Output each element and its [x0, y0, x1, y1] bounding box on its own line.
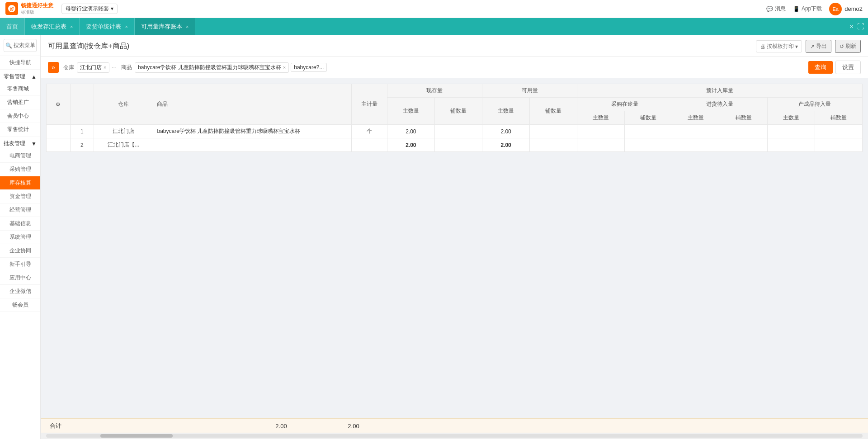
th-avail-main: 主数量 [482, 98, 530, 125]
sidebar-item-finance[interactable]: 资金管理 [0, 190, 40, 203]
scroll-bar-area [41, 433, 868, 439]
sidebar-item-system[interactable]: 系统管理 [0, 231, 40, 244]
sidebar-section-retail[interactable]: 零售管理 ▲ [0, 70, 40, 82]
footer-cur-main: 2.00 [263, 423, 299, 430]
refresh-btn[interactable]: ↺ 刷新 [835, 40, 861, 53]
sidebar-section-wholesale-label: 批发管理 [4, 140, 25, 147]
logo-sub: 标准版 [21, 9, 53, 15]
chevron-up-icon: ▲ [31, 74, 37, 80]
export-icon: ↗ [810, 43, 815, 50]
row1-prod-main [767, 125, 815, 138]
product-tag-1-close[interactable]: × [283, 65, 286, 70]
product-filter-group: 商品 babycare学饮杯 儿童防摔防撞吸管杯重力球吸嘴杯宝宝水杯 × bab… [121, 62, 327, 73]
row2-pt-aux [625, 138, 672, 152]
tenant-name: 母婴行业演示账套 [66, 5, 109, 13]
scroll-thumb[interactable] [100, 434, 173, 438]
th-production: 产成品待入量 [767, 98, 862, 111]
sidebar-item-wechat[interactable]: 企业微信 [0, 285, 40, 298]
export-label: 导出 [816, 42, 827, 50]
avatar: Ea [829, 3, 842, 15]
settings-btn[interactable]: 设置 [835, 61, 861, 74]
th-current-aux: 辅数量 [434, 98, 482, 125]
warehouse-tag-jiangbei: 江北门店 × [77, 62, 109, 73]
row1-warehouse: 江北门店 [94, 125, 153, 138]
row2-cur-main: 2.00 [387, 138, 434, 152]
sidebar-item-marketing[interactable]: 营销推广 [0, 96, 40, 109]
sidebar-item-vip[interactable]: 畅会员 [0, 298, 40, 312]
tab-order-close[interactable]: × [125, 24, 127, 29]
gear-icon[interactable]: ⚙ [56, 101, 61, 108]
th-current-main: 主数量 [387, 98, 434, 125]
sidebar-item-enterprise[interactable]: 企业协同 [0, 244, 40, 258]
sidebar-item-operation[interactable]: 经营管理 [0, 203, 40, 217]
row2-avail-main: 2.00 [482, 138, 530, 152]
row1-prod-aux [815, 125, 862, 138]
message-btn[interactable]: 💬 消息 [766, 5, 786, 13]
th-unit: 主计量 [351, 84, 387, 125]
tab-home[interactable]: 首页 [0, 18, 25, 35]
warehouse-tag-text: 江北门店 [80, 64, 102, 71]
row2-prod-main [767, 138, 815, 152]
sidebar-search-btn[interactable]: 🔍 搜索菜单 [4, 39, 37, 52]
sidebar-item-purchase[interactable]: 采购管理 [0, 163, 40, 176]
sidebar-item-member[interactable]: 会员中心 [0, 109, 40, 123]
th-pt-aux: 辅数量 [625, 111, 672, 125]
tab-available[interactable]: 可用量库存账本 × [135, 18, 195, 35]
warehouse-more-btn[interactable]: ··· [111, 64, 117, 71]
tenant-chevron-icon: ▾ [111, 5, 113, 12]
row2-avail-aux [530, 138, 577, 152]
th-product: 商品 [153, 84, 351, 125]
tab-expand-btn[interactable]: ⛶ [857, 23, 864, 31]
th-index [70, 84, 94, 125]
toggle-icon: » [52, 64, 55, 71]
filter-toggle-btn[interactable]: » [48, 62, 59, 73]
row2-gear [47, 138, 71, 152]
th-inc-main: 主数量 [672, 111, 720, 125]
product-tag-2-text: babycare?... [294, 64, 324, 71]
sidebar-section-retail-label: 零售管理 [4, 73, 25, 80]
sidebar: 🔍 搜索菜单 快捷导航 零售管理 ▲ 零售商城 营销推广 会员中心 零售统计 批… [0, 35, 41, 439]
sidebar-item-basic[interactable]: 基础信息 [0, 217, 40, 231]
user-area[interactable]: Ea demo2 [829, 3, 863, 15]
tab-available-close[interactable]: × [186, 24, 189, 29]
sidebar-item-newbie[interactable]: 新手引导 [0, 258, 40, 271]
row1-cur-aux [434, 125, 482, 138]
sidebar-item-quicknav[interactable]: 快捷导航 [0, 56, 40, 70]
product-tag-2: babycare?... [291, 63, 327, 72]
row1-gear [47, 125, 71, 138]
tenant-selector[interactable]: 母婴行业演示账套 ▾ [61, 4, 118, 14]
page-title: 可用量查询(按仓库+商品) [48, 42, 129, 51]
row2-warehouse: 江北门店【... [94, 138, 153, 152]
main-layout: 🔍 搜索菜单 快捷导航 零售管理 ▲ 零售商城 营销推广 会员中心 零售统计 批… [0, 35, 868, 439]
tab-order[interactable]: 要货单统计表 × [80, 18, 134, 35]
refresh-icon: ↺ [840, 43, 844, 50]
tab-receive-close[interactable]: × [70, 24, 73, 29]
sidebar-item-ecommerce[interactable]: 电商管理 [0, 149, 40, 163]
row1-cur-main: 2.00 [387, 125, 434, 138]
sidebar-item-retail-mall[interactable]: 零售商城 [0, 82, 40, 96]
th-incoming: 进货待入量 [672, 98, 767, 111]
product-tag-1: babycare学饮杯 儿童防摔防撞吸管杯重力球吸嘴杯宝宝水杯 × [135, 62, 289, 73]
refresh-label: 刷新 [845, 42, 856, 50]
sidebar-item-app-center[interactable]: 应用中心 [0, 271, 40, 285]
sidebar-item-retail-stat[interactable]: 零售统计 [0, 123, 40, 137]
warehouse-tag-close[interactable]: × [104, 65, 106, 70]
page-actions: 🖨 按模板打印 ▾ ↗ 导出 ↺ 刷新 [756, 40, 861, 53]
scroll-track[interactable] [46, 434, 863, 438]
app-download-btn[interactable]: 📱 App下载 [793, 5, 822, 13]
tab-close-all-btn[interactable]: × [849, 23, 854, 31]
sidebar-item-inventory[interactable]: 库存核算 [0, 176, 40, 190]
th-purchase-transit: 采购在途量 [577, 98, 672, 111]
warehouse-tags: 江北门店 × ··· [77, 62, 117, 73]
row1-pt-main [577, 125, 625, 138]
tab-receive[interactable]: 收发存汇总表 × [25, 18, 80, 35]
logo-text: 畅捷通好生意 [21, 2, 53, 9]
table-wrapper: ⚙ 仓库 商品 主计量 现存量 可用量 预计入库量 主数量 辅数量 主数量 [41, 78, 868, 418]
sidebar-section-wholesale[interactable]: 批发管理 ▼ [0, 137, 40, 149]
query-btn[interactable]: 查询 [808, 61, 833, 74]
warehouse-label: 仓库 [63, 64, 74, 71]
export-btn[interactable]: ↗ 导出 [806, 40, 831, 53]
tab-receive-label: 收发存汇总表 [31, 23, 66, 31]
table-footer: 合计 2.00 2.00 [41, 418, 868, 433]
template-print-btn[interactable]: 🖨 按模板打印 ▾ [756, 40, 802, 52]
